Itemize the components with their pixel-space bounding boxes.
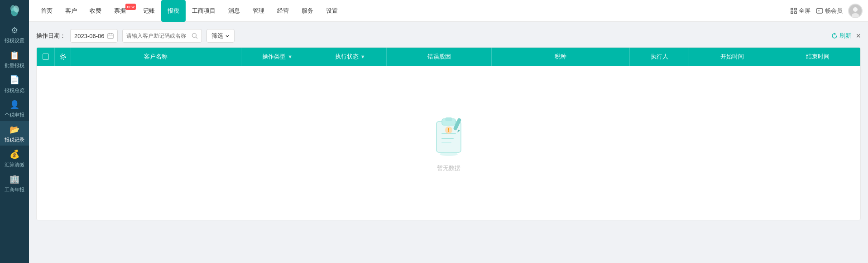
th-name: 客户名称: [71, 48, 241, 66]
svg-rect-4: [795, 8, 796, 10]
batch-tax-icon: 📋: [10, 50, 19, 61]
filter-label: 筛选: [211, 32, 223, 40]
svg-rect-3: [791, 8, 793, 10]
th-starttime: 开始时间: [689, 48, 775, 66]
sidebar-item-label: 报税总览: [5, 87, 24, 93]
th-checkbox[interactable]: [37, 48, 55, 66]
th-endtime: 结束时间: [775, 48, 860, 66]
svg-rect-21: [445, 117, 452, 121]
empty-illustration: !: [428, 113, 469, 159]
nav-customers[interactable]: 客户: [59, 0, 83, 22]
logo: [0, 0, 29, 22]
refresh-btn[interactable]: 刷新: [831, 32, 851, 40]
empty-state: ! 暂无数据: [428, 95, 469, 190]
nav-tax[interactable]: 报税: [161, 0, 186, 22]
th-executor: 执行人: [630, 48, 690, 66]
date-input[interactable]: 2023-06-06: [70, 29, 118, 43]
page-body: 操作日期： 2023-06-06 筛选 刷新: [29, 22, 868, 263]
svg-point-15: [192, 34, 196, 38]
nav-industry[interactable]: 工商项目: [186, 0, 222, 22]
sidebar-item-label: 报税设置: [5, 37, 24, 44]
nav-billing[interactable]: 收费: [83, 0, 108, 22]
search-icon: [192, 33, 198, 39]
column-settings-icon: [59, 53, 67, 60]
content-area: 操作日期： 2023-06-06 筛选 刷新: [29, 22, 868, 263]
tax-record-icon: 📂: [10, 125, 19, 135]
fullscreen-label: 全屏: [799, 7, 810, 15]
settlement-icon: 💰: [10, 149, 19, 160]
sidebar-item-annual-report[interactable]: 🏢 工商年报: [0, 170, 29, 195]
sidebar-item-label: 批量报税: [5, 62, 24, 68]
th-status: 执行状态 ▼: [314, 48, 387, 66]
member-btn[interactable]: 畅会员: [816, 7, 843, 15]
nav-management[interactable]: 管理: [246, 0, 271, 22]
filter-icon-status: ▼: [360, 54, 365, 59]
date-label: 操作日期：: [36, 32, 66, 40]
table-body: ! 暂无数据: [37, 66, 860, 220]
sidebar: ⚙ 报税设置 📋 批量报税 📄 报税总览 👤 个税申报 📂 报税记录 💰 汇算清…: [0, 0, 29, 263]
close-btn[interactable]: ×: [856, 31, 861, 41]
table-header: 客户名称 操作类型 ▼ 执行状态 ▼ 错误股因 税种: [37, 48, 860, 66]
svg-rect-5: [791, 12, 793, 14]
svg-point-29: [440, 152, 458, 156]
filter-btn[interactable]: 筛选: [206, 29, 235, 43]
topnav-right: 全屏 畅会员: [791, 4, 863, 18]
nav-items: 首页 客户 收费 票据 new 记账 报税 工商项目 消息: [34, 0, 791, 22]
toolbar: 操作日期： 2023-06-06 筛选 刷新: [36, 29, 861, 43]
new-badge: new: [125, 4, 136, 10]
nav-messages[interactable]: 消息: [222, 0, 246, 22]
sidebar-item-label: 工商年报: [5, 186, 24, 193]
avatar[interactable]: [848, 4, 863, 18]
th-optype: 操作类型 ▼: [241, 48, 314, 66]
sidebar-item-tax-overview[interactable]: 📄 报税总览: [0, 71, 29, 96]
sidebar-item-tax-settings[interactable]: ⚙ 报税设置: [0, 22, 29, 47]
topnav: 首页 客户 收费 票据 new 记账 报税 工商项目 消息: [29, 0, 868, 22]
svg-rect-6: [795, 12, 796, 14]
toolbar-right: 刷新 ×: [831, 31, 861, 41]
sidebar-item-label: 个税申报: [5, 112, 24, 118]
svg-point-17: [62, 55, 64, 58]
search-input[interactable]: [126, 33, 190, 39]
svg-point-18: [60, 54, 66, 59]
empty-text: 暂无数据: [437, 164, 460, 172]
nav-operations[interactable]: 经营: [271, 0, 295, 22]
refresh-label: 刷新: [839, 32, 851, 40]
tax-settings-icon: ⚙: [11, 25, 18, 36]
annual-report-icon: 🏢: [10, 174, 19, 185]
nav-invoices[interactable]: 票据 new: [108, 0, 137, 22]
th-settings[interactable]: [55, 48, 71, 66]
nav-home[interactable]: 首页: [34, 0, 59, 22]
svg-line-16: [196, 37, 197, 39]
fullscreen-btn[interactable]: 全屏: [791, 7, 810, 15]
sidebar-item-label: 汇算清缴: [5, 161, 24, 168]
sidebar-item-batch-tax[interactable]: 📋 批量报税: [0, 47, 29, 72]
sidebar-item-tax-record[interactable]: 📂 报税记录: [0, 121, 29, 146]
nav-settings[interactable]: 设置: [320, 0, 344, 22]
nav-accounting[interactable]: 记账: [137, 0, 161, 22]
refresh-icon: [831, 33, 838, 39]
date-value: 2023-06-06: [74, 33, 105, 39]
sidebar-item-personal-tax[interactable]: 👤 个税申报: [0, 96, 29, 121]
sidebar-item-settlement[interactable]: 💰 汇算清缴: [0, 146, 29, 170]
select-all-checkbox[interactable]: [43, 54, 49, 60]
svg-rect-11: [108, 34, 113, 39]
chevron-down-icon: [225, 34, 230, 38]
nav-services[interactable]: 服务: [295, 0, 320, 22]
member-label: 畅会员: [825, 7, 843, 15]
table: 客户名称 操作类型 ▼ 执行状态 ▼ 错误股因 税种: [36, 47, 861, 220]
filter-icon-optype: ▼: [288, 54, 293, 59]
th-error: 错误股因: [387, 48, 492, 66]
svg-text:!: !: [448, 127, 450, 133]
tax-overview-icon: 📄: [10, 75, 19, 85]
svg-point-9: [853, 7, 858, 12]
main-wrap: 首页 客户 收费 票据 new 记账 报税 工商项目 消息: [29, 0, 868, 263]
search-box: [122, 29, 202, 43]
th-taxtype: 税种: [492, 48, 629, 66]
sidebar-item-label: 报税记录: [5, 136, 24, 143]
personal-tax-icon: 👤: [10, 100, 19, 110]
